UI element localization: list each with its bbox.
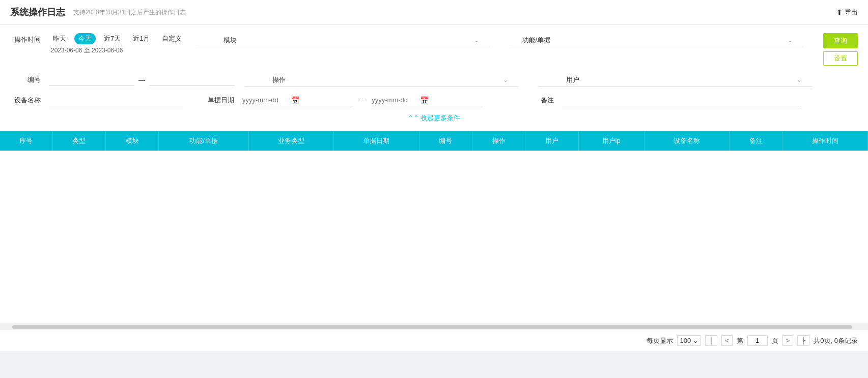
time-btn-7days[interactable]: 近7天 — [100, 33, 125, 44]
user-chevron-icon: ⌄ — [797, 76, 802, 83]
doc-date-end[interactable] — [372, 94, 420, 106]
page-size-label: 每页显示 — [647, 336, 673, 345]
col-user: 用户 — [525, 131, 578, 151]
col-biz-type: 业务类型 — [248, 131, 333, 151]
col-module: 模块 — [106, 131, 159, 151]
next-page-button[interactable]: > — [782, 335, 794, 346]
query-button[interactable]: 查询 — [823, 33, 858, 48]
time-btn-custom[interactable]: 自定义 — [158, 33, 186, 44]
total-info: 共0页, 0条记录 — [814, 336, 858, 345]
calendar-icon-start[interactable]: 📅 — [291, 96, 299, 104]
col-remark: 备注 — [730, 131, 782, 151]
collapse-chevron-icon: ⌃⌃ — [408, 114, 419, 122]
prev-page-button[interactable]: < — [721, 335, 733, 346]
page-size-chevron-icon: ⌄ — [693, 337, 698, 344]
doc-date-end-wrap: 📅 — [372, 94, 482, 106]
page-title: 系统操作日志 — [10, 6, 65, 18]
table-area: 序号 类型 模块 功能/单据 业务类型 单据日期 编号 操作 用户 用户ip 设… — [0, 131, 868, 324]
user-label: 用户 — [549, 75, 579, 84]
col-user-ip: 用户ip — [578, 131, 644, 151]
col-op-time: 操作时间 — [782, 131, 868, 151]
scrollbar-thumb[interactable] — [12, 325, 852, 329]
function-label: 功能/单据 — [520, 36, 550, 45]
data-table: 序号 类型 模块 功能/单据 业务类型 单据日期 编号 操作 用户 用户ip 设… — [0, 131, 868, 151]
col-number: 编号 — [419, 131, 472, 151]
function-chevron-icon: ⌄ — [788, 37, 793, 44]
col-doc-date: 单据日期 — [334, 131, 419, 151]
time-btn-today[interactable]: 今天 — [74, 33, 96, 44]
time-range-display: 2023-06-06 至 2023-06-06 — [51, 46, 186, 55]
page-header: 系统操作日志 支持2020年10月31日之后产生的操作日志 ⬆ 导出 — [0, 0, 868, 25]
page-subtitle: 支持2020年10月31日之后产生的操作日志 — [73, 8, 186, 17]
col-function: 功能/单据 — [159, 131, 248, 151]
device-label: 设备名称 — [10, 96, 41, 105]
device-input[interactable] — [49, 94, 183, 106]
page-suffix: 页 — [772, 336, 778, 345]
page-size-value: 100 — [680, 337, 691, 344]
time-btn-1month[interactable]: 近1月 — [129, 33, 154, 44]
collapse-bar[interactable]: ⌃⌃ 收起更多条件 — [10, 110, 858, 127]
number-input-start[interactable] — [49, 74, 134, 86]
time-btn-yesterday[interactable]: 昨天 — [49, 33, 70, 44]
last-page-button[interactable]: ⎬ — [797, 335, 809, 346]
horizontal-scrollbar[interactable] — [0, 324, 868, 330]
operation-chevron-icon: ⌄ — [503, 76, 508, 83]
doc-date-label: 单据日期 — [204, 96, 234, 105]
table-header: 序号 类型 模块 功能/单据 业务类型 单据日期 编号 操作 用户 用户ip 设… — [0, 131, 868, 151]
action-buttons: 查询 设置 — [823, 33, 858, 66]
page-label: 第 — [737, 336, 743, 345]
current-page-input[interactable] — [747, 335, 768, 346]
remark-input[interactable] — [562, 94, 802, 106]
export-button[interactable]: ⬆ 导出 — [836, 8, 858, 17]
table-header-row: 序号 类型 模块 功能/单据 业务类型 单据日期 编号 操作 用户 用户ip 设… — [0, 131, 868, 151]
number-input-end[interactable] — [149, 74, 235, 86]
first-page-button[interactable]: ⎪ — [705, 335, 717, 346]
calendar-icon-end[interactable]: 📅 — [420, 96, 429, 104]
filter-area: 操作时间 昨天 今天 近7天 近1月 自定义 2023-06-06 至 2023… — [0, 25, 868, 131]
module-chevron-icon: ⌄ — [474, 37, 479, 44]
empty-area — [0, 151, 868, 324]
module-label: 模块 — [206, 36, 237, 45]
time-label: 操作时间 — [10, 35, 41, 44]
col-device-name: 设备名称 — [644, 131, 729, 151]
number-label: 编号 — [10, 75, 41, 84]
export-icon: ⬆ — [836, 8, 843, 16]
page-size-select[interactable]: 100 ⌄ — [677, 335, 701, 346]
collapse-label: 收起更多条件 — [421, 114, 460, 122]
operation-label: 操作 — [255, 75, 286, 84]
col-operation: 操作 — [472, 131, 525, 151]
time-filter-group: 昨天 今天 近7天 近1月 自定义 2023-06-06 至 2023-06-0… — [49, 33, 186, 55]
col-seq: 序号 — [0, 131, 52, 151]
doc-date-start-wrap: 📅 — [242, 94, 353, 106]
doc-date-start[interactable] — [242, 94, 291, 106]
pagination-bar: 每页显示 100 ⌄ ⎪ < 第 页 > ⎬ 共0页, 0条记录 — [0, 330, 868, 351]
settings-button[interactable]: 设置 — [823, 51, 858, 66]
remark-label: 备注 — [523, 96, 554, 105]
col-type: 类型 — [52, 131, 105, 151]
